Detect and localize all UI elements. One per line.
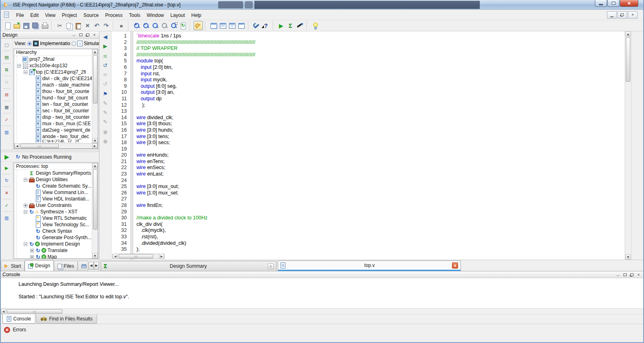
- open-file-button[interactable]: [12, 21, 21, 30]
- process-item[interactable]: ✓Translate: [14, 247, 92, 254]
- doc-tab-design-summary[interactable]: ΣDesign Summaryx: [101, 261, 277, 271]
- zoom-off-button[interactable]: [160, 21, 169, 30]
- collapse-icon[interactable]: [24, 242, 27, 246]
- mdi-close-button[interactable]: ×: [628, 11, 638, 19]
- menu-help[interactable]: Help: [188, 11, 204, 20]
- hierarchy-item[interactable]: anode - two_four_dec: [14, 133, 92, 140]
- tabs-scroll-right-icon[interactable]: ▶: [94, 262, 99, 270]
- restart-process-button[interactable]: ↻: [2, 176, 12, 185]
- collapse-icon[interactable]: [24, 210, 27, 214]
- process-item[interactable]: Design Summary/Reports: [14, 170, 92, 176]
- analyze-button[interactable]: [295, 21, 304, 30]
- scroll-thumb[interactable]: III: [7, 309, 62, 314]
- new-file-button[interactable]: [3, 21, 12, 30]
- summary-button[interactable]: [286, 21, 295, 30]
- hierarchy-item[interactable]: mach - state_machine: [14, 82, 92, 88]
- collapse-icon[interactable]: [24, 70, 27, 74]
- tab-files[interactable]: Files: [54, 261, 78, 271]
- overflow-button[interactable]: [117, 21, 126, 30]
- run-button[interactable]: [277, 21, 286, 30]
- editor-vscrollbar[interactable]: ▲ ▼: [625, 31, 631, 260]
- close-button[interactable]: ✕: [620, 0, 638, 7]
- save-button[interactable]: [21, 21, 31, 30]
- remove-source-button[interactable]: ⊟: [2, 90, 12, 99]
- redo-button[interactable]: [101, 21, 111, 30]
- hierarchy-hscrollbar[interactable]: ◀ III ▶: [14, 143, 98, 149]
- scroll-thumb[interactable]: [93, 55, 97, 103]
- delete-button[interactable]: [83, 21, 92, 30]
- console-detach-icon[interactable]: ↔: [615, 272, 621, 277]
- menu-project[interactable]: Project: [59, 11, 80, 20]
- scroll-left-icon[interactable]: ◀: [1, 309, 6, 314]
- process-item[interactable]: User Constraints: [14, 202, 92, 209]
- whats-this-button[interactable]: [261, 21, 270, 30]
- close-tab-icon[interactable]: x: [268, 263, 274, 269]
- partition-chip-button[interactable]: ▦: [2, 103, 12, 112]
- design-relations-button[interactable]: ∷: [2, 78, 12, 87]
- console-maximize-icon[interactable]: [622, 272, 628, 277]
- nav-forward-button[interactable]: ◉: [101, 137, 110, 145]
- scroll-thumb[interactable]: III: [21, 144, 59, 148]
- process-item[interactable]: View RTL Schematic: [14, 215, 92, 221]
- stop-process-button[interactable]: ✕: [2, 188, 12, 197]
- refresh-doc-button[interactable]: [178, 21, 188, 30]
- win-tile-v-button[interactable]: [227, 21, 237, 30]
- clear-marker-3-button[interactable]: ✎: [101, 118, 110, 126]
- process-item[interactable]: View HDL Instantiati...: [14, 196, 92, 202]
- undo-lines-disabled-button[interactable]: ↺: [101, 80, 110, 88]
- process-item[interactable]: Create Schematic Sy...: [14, 183, 92, 189]
- hierarchy-item[interactable]: ten - four_bit_counter: [14, 101, 92, 107]
- menu-window[interactable]: Window: [144, 11, 167, 20]
- process-item[interactable]: View Command Lin...: [14, 189, 92, 196]
- mdi-minimize-button[interactable]: ▁: [607, 11, 617, 19]
- scroll-down-icon[interactable]: ▼: [93, 138, 98, 143]
- implementation-label[interactable]: Implementation: [40, 41, 70, 46]
- nav-prev-marker-button[interactable]: ◀: [101, 33, 110, 41]
- run-process-button[interactable]: ▶: [2, 153, 12, 161]
- process-item[interactable]: Check Syntax: [14, 228, 92, 234]
- hierarchy-item[interactable]: sec - four_bit_counter: [14, 107, 92, 114]
- hierarchy-item[interactable]: dat2seg - segment_de: [14, 127, 92, 133]
- toggle-columns-button[interactable]: ▥: [2, 128, 12, 136]
- win-float-button[interactable]: [237, 21, 246, 30]
- zoom-in-button[interactable]: +: [132, 21, 141, 30]
- collapse-icon[interactable]: [17, 64, 21, 68]
- tab-find-in-files-results[interactable]: Find in Files Results: [36, 314, 97, 324]
- scroll-right-icon[interactable]: ▶: [159, 254, 164, 259]
- bookmark-flag-button[interactable]: ⚑: [101, 90, 110, 98]
- tab-start[interactable]: Start: [1, 261, 25, 271]
- hierarchy-item[interactable]: hund - four_bit_count: [14, 95, 92, 101]
- mdi-restore-button[interactable]: [617, 11, 627, 19]
- force-process-button[interactable]: ✓: [2, 201, 12, 210]
- new-source-button[interactable]: ▢: [2, 40, 12, 49]
- mdi-document-icon[interactable]: [4, 12, 9, 18]
- hierarchy-item[interactable]: xc3s100e-4cp132: [14, 62, 92, 69]
- console-float-icon[interactable]: [629, 272, 635, 277]
- scroll-left-icon[interactable]: ◀: [14, 143, 20, 149]
- add-copy-source-button[interactable]: ⧉: [2, 65, 12, 74]
- hierarchy-item[interactable]: C:\EE214\...j7_2f...: [14, 140, 92, 143]
- nav-back-button[interactable]: ◉: [101, 128, 110, 136]
- editor-hscrollbar[interactable]: ◀ III ▶: [112, 254, 165, 259]
- title-bar[interactable]: ISE Project Navigator (P.68d) - C:\EE214…: [1, 0, 643, 10]
- tab-design[interactable]: Design: [25, 260, 54, 271]
- scroll-up-icon[interactable]: ▲: [93, 49, 98, 54]
- expand-icon[interactable]: [30, 255, 34, 259]
- win-tile-h-button[interactable]: [218, 21, 227, 30]
- add-source-button[interactable]: ▤: [2, 53, 12, 62]
- zoom-region-button[interactable]: [169, 21, 178, 30]
- print-button[interactable]: [40, 21, 49, 30]
- menu-edit[interactable]: Edit: [27, 11, 42, 20]
- cut-button[interactable]: [55, 21, 64, 30]
- menu-layout[interactable]: Layout: [167, 11, 188, 20]
- zoom-out-button[interactable]: −: [141, 21, 151, 30]
- menu-view[interactable]: View: [42, 11, 59, 20]
- hierarchy-item[interactable]: divi - clk_div (C:\EE214: [14, 75, 92, 82]
- tab-libraries[interactable]: Libraries: [78, 261, 88, 271]
- scroll-up-icon[interactable]: ▲: [625, 31, 631, 37]
- tab-console[interactable]: Console: [2, 314, 35, 324]
- process-item[interactable]: ✓Map: [14, 254, 92, 258]
- scroll-thumb[interactable]: III: [119, 254, 153, 258]
- scroll-thumb[interactable]: [626, 37, 630, 82]
- tabs-scroll-left-icon[interactable]: ◀: [89, 262, 94, 270]
